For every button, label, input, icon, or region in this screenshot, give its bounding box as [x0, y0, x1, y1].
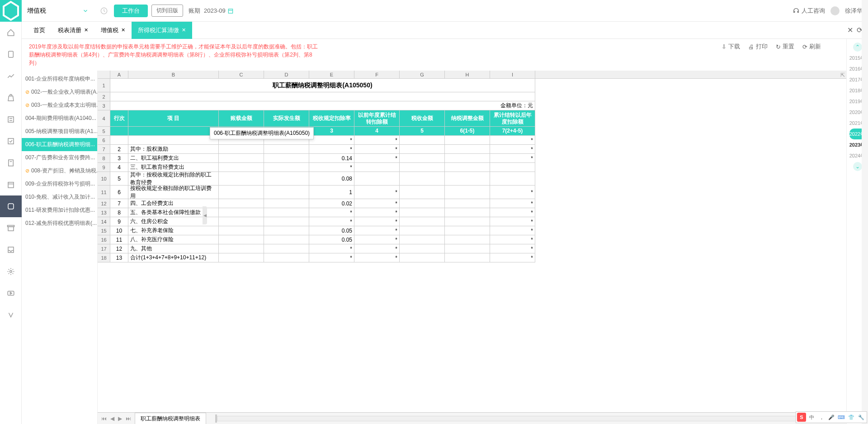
- data-cell[interactable]: 0.02: [309, 199, 354, 208]
- tab-close-icon[interactable]: ✕: [84, 27, 88, 33]
- nav-video-icon[interactable]: [0, 282, 22, 304]
- data-cell[interactable]: *: [354, 199, 400, 208]
- data-cell[interactable]: *: [490, 226, 535, 235]
- data-cell[interactable]: [445, 217, 490, 226]
- data-cell[interactable]: [445, 226, 490, 235]
- period-selector[interactable]: 账期 2023-09: [189, 7, 234, 15]
- data-cell[interactable]: [400, 253, 445, 262]
- col-header[interactable]: D: [264, 71, 309, 78]
- nav-settings-icon[interactable]: [0, 261, 22, 282]
- nav-doc-icon[interactable]: [0, 43, 22, 65]
- data-cell[interactable]: [264, 253, 309, 262]
- data-cell[interactable]: [219, 226, 264, 235]
- data-cell[interactable]: [264, 163, 309, 172]
- ime-kbd-icon[interactable]: ⌨: [837, 413, 846, 422]
- data-cell[interactable]: [264, 145, 309, 154]
- nav-calendar-icon[interactable]: [0, 174, 22, 195]
- workbench-button[interactable]: 工作台: [114, 5, 148, 17]
- data-cell[interactable]: [400, 172, 445, 186]
- data-cell[interactable]: [264, 208, 309, 217]
- nav-archive-icon[interactable]: [0, 217, 22, 239]
- data-cell[interactable]: *: [354, 186, 400, 199]
- data-cell[interactable]: *: [354, 208, 400, 217]
- data-cell[interactable]: [354, 172, 400, 186]
- form-item-6[interactable]: 007-广告费和业务宣传费跨...: [22, 151, 97, 164]
- history-icon[interactable]: [98, 5, 110, 17]
- data-cell[interactable]: [445, 154, 490, 163]
- data-cell[interactable]: *: [354, 226, 400, 235]
- data-cell[interactable]: [400, 199, 445, 208]
- data-cell[interactable]: [354, 163, 400, 172]
- app-logo[interactable]: [0, 0, 22, 22]
- data-cell[interactable]: [400, 154, 445, 163]
- data-cell[interactable]: [219, 154, 264, 163]
- data-cell[interactable]: *: [490, 244, 535, 253]
- tab-2[interactable]: 增值税✕: [94, 22, 132, 39]
- nav-check-icon[interactable]: [0, 130, 22, 152]
- year-up-icon[interactable]: ⌃: [853, 43, 862, 52]
- sheet-prev-icon[interactable]: ◀: [110, 415, 114, 422]
- data-cell[interactable]: [219, 199, 264, 208]
- ime-lang-icon[interactable]: 中: [807, 413, 816, 422]
- col-header[interactable]: G: [400, 71, 445, 78]
- nav-bag-icon[interactable]: [0, 87, 22, 109]
- data-cell[interactable]: [490, 172, 535, 186]
- sheet-last-icon[interactable]: ⏭: [126, 415, 131, 422]
- data-cell[interactable]: *: [490, 199, 535, 208]
- col-header[interactable]: I: [490, 71, 535, 78]
- data-cell[interactable]: [400, 226, 445, 235]
- refresh-button[interactable]: ⟳ 刷新: [802, 43, 821, 51]
- data-cell[interactable]: [400, 217, 445, 226]
- data-cell[interactable]: [445, 208, 490, 217]
- col-header[interactable]: C: [219, 71, 264, 78]
- ime-punct-icon[interactable]: ，: [817, 413, 826, 422]
- form-item-1[interactable]: ⊘002-一般企业收入明细表(A...: [22, 86, 97, 99]
- data-cell[interactable]: [264, 172, 309, 186]
- data-cell[interactable]: *: [354, 154, 400, 163]
- data-cell[interactable]: *: [490, 235, 535, 244]
- nav-home-icon[interactable]: [0, 22, 22, 43]
- ime-tool-icon[interactable]: 🔧: [857, 413, 866, 422]
- old-version-button[interactable]: 切到旧版: [151, 5, 183, 17]
- data-cell[interactable]: *: [309, 253, 354, 262]
- expand-icon[interactable]: ⇱: [839, 71, 846, 79]
- col-header[interactable]: E: [309, 71, 354, 78]
- print-button[interactable]: 🖨 打印: [748, 43, 768, 51]
- data-cell[interactable]: *: [309, 244, 354, 253]
- data-cell[interactable]: *: [354, 235, 400, 244]
- consult-button[interactable]: 人工咨询: [793, 7, 825, 15]
- data-cell[interactable]: *: [309, 208, 354, 217]
- data-cell[interactable]: [264, 244, 309, 253]
- col-header[interactable]: H: [445, 71, 490, 78]
- form-item-11[interactable]: 012-减免所得税优惠明细表(...: [22, 217, 97, 230]
- avatar[interactable]: [830, 6, 840, 15]
- col-header[interactable]: A: [110, 71, 128, 78]
- data-cell[interactable]: [264, 199, 309, 208]
- data-cell[interactable]: [264, 186, 309, 199]
- data-cell[interactable]: [264, 226, 309, 235]
- reset-button[interactable]: ↻ 重置: [776, 43, 794, 51]
- ime-s-icon[interactable]: S: [797, 413, 806, 422]
- form-item-5[interactable]: 006-职工薪酬纳税调整明细...: [22, 138, 97, 151]
- data-cell[interactable]: [490, 163, 535, 172]
- data-cell[interactable]: *: [490, 208, 535, 217]
- data-cell[interactable]: [445, 235, 490, 244]
- nav-chart-icon[interactable]: [0, 65, 22, 87]
- data-cell[interactable]: *: [309, 163, 354, 172]
- data-cell[interactable]: [445, 145, 490, 154]
- data-cell[interactable]: *: [490, 186, 535, 199]
- sheet-next-icon[interactable]: ▶: [118, 415, 122, 422]
- data-cell[interactable]: [400, 244, 445, 253]
- nav-tax-icon[interactable]: [0, 195, 22, 217]
- download-button[interactable]: ⇩ 下载: [722, 43, 740, 51]
- data-cell[interactable]: [219, 253, 264, 262]
- data-cell[interactable]: 0.05: [309, 226, 354, 235]
- data-cell[interactable]: *: [354, 253, 400, 262]
- data-cell[interactable]: *: [490, 217, 535, 226]
- nav-list-icon[interactable]: [0, 109, 22, 130]
- data-cell[interactable]: [445, 172, 490, 186]
- data-cell[interactable]: *: [490, 154, 535, 163]
- ime-skin-icon[interactable]: 👕: [847, 413, 856, 422]
- form-item-4[interactable]: 005-纳税调整项目明细表(A1...: [22, 125, 97, 138]
- data-cell[interactable]: [264, 235, 309, 244]
